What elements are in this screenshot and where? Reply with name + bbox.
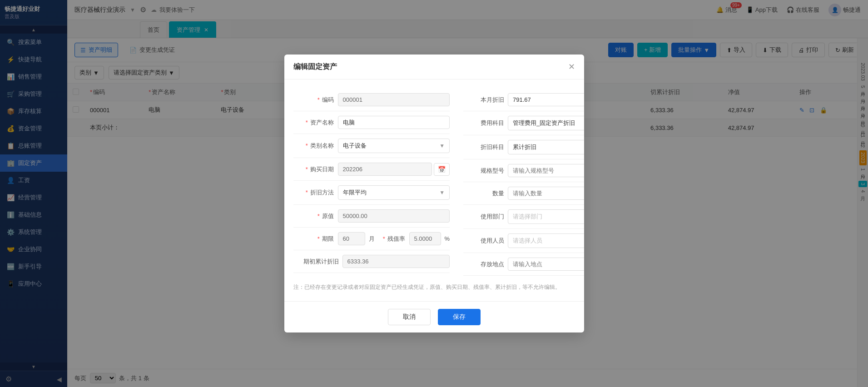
form-row-person: 使用人员 请选择人员 ▼ [463, 229, 584, 253]
expense-subject-select[interactable]: 管理费用_固定资产折旧 ▼ [508, 116, 584, 130]
edit-asset-modal: 编辑固定资产 ✕ * 编码 * 资产名称 [284, 55, 584, 332]
monthly-depreciation-input[interactable] [508, 93, 584, 106]
form-row-quantity: 数量 [463, 182, 584, 205]
quantity-input[interactable] [508, 187, 584, 200]
person-select[interactable]: 请选择人员 ▼ [508, 233, 584, 248]
modal-title: 编辑固定资产 [293, 62, 337, 72]
location-input[interactable] [508, 258, 584, 271]
initial-accumulated-input[interactable] [342, 255, 450, 268]
modal-body: * 编码 * 资产名称 * 类别名称 电子设备 ▼ [284, 79, 584, 301]
depreciation-select-arrow-icon: ▼ [439, 189, 445, 196]
form-row-category: * 类别名称 电子设备 ▼ [293, 134, 450, 158]
category-select[interactable]: 电子设备 ▼ [338, 139, 450, 153]
modal-footer: 取消 保存 [284, 301, 584, 332]
form-row-depreciation-subject: 折旧科目 累计折旧 ▼ [463, 135, 584, 159]
purchase-date-input[interactable] [338, 163, 432, 176]
department-select[interactable]: 请选择部门 ▼ [508, 209, 584, 224]
form-row-department: 使用部门 请选择部门 ▼ [463, 205, 584, 229]
modal-note: 注：已经存在变更记录或者对应固定资产已经生成凭证，原值、购买日期、残值率、累计折… [293, 283, 575, 292]
form-grid: * 编码 * 资产名称 * 类别名称 电子设备 ▼ [293, 89, 575, 276]
calendar-icon[interactable]: 📅 [434, 163, 450, 176]
save-button[interactable]: 保存 [438, 309, 481, 325]
original-value-input[interactable] [338, 209, 450, 223]
depreciation-subject-select[interactable]: 累计折旧 ▼ [508, 140, 584, 154]
form-right-col: 本月折旧 费用科目 管理费用_固定资产折旧 ▼ 折旧科目 [463, 89, 584, 276]
form-row-asset-name: * 资产名称 [293, 111, 450, 134]
category-select-arrow-icon: ▼ [439, 143, 445, 149]
form-row-location: 存放地点 [463, 253, 584, 276]
depreciation-method-select[interactable]: 年限平均 ▼ [338, 185, 450, 200]
asset-name-input[interactable] [338, 116, 450, 129]
form-row-initial-accumulated: 期初累计折旧 [293, 250, 450, 273]
form-row-depreciation-method: * 折旧方法 年限平均 ▼ [293, 181, 450, 205]
code-input[interactable] [338, 93, 450, 106]
period-input[interactable] [338, 232, 365, 245]
form-row-expense-subject: 费用科目 管理费用_固定资产折旧 ▼ [463, 111, 584, 135]
form-left-col: * 编码 * 资产名称 * 类别名称 电子设备 ▼ [293, 89, 450, 276]
modal-overlay: 编辑固定资产 ✕ * 编码 * 资产名称 [0, 0, 868, 387]
modal-close-icon[interactable]: ✕ [568, 62, 575, 72]
residual-rate-input[interactable] [409, 232, 441, 245]
form-row-code: * 编码 [293, 89, 450, 111]
spec-input[interactable] [508, 164, 584, 177]
form-row-monthly-dep: 本月折旧 [463, 89, 584, 111]
modal-header: 编辑固定资产 ✕ [284, 55, 584, 79]
form-row-original-value: * 原值 [293, 205, 450, 228]
form-row-spec: 规格型号 [463, 159, 584, 182]
form-row-period-residual: * 期限 月 * 残值率 % [293, 228, 450, 250]
form-row-purchase-date: * 购买日期 📅 [293, 158, 450, 181]
cancel-button[interactable]: 取消 [388, 309, 431, 325]
